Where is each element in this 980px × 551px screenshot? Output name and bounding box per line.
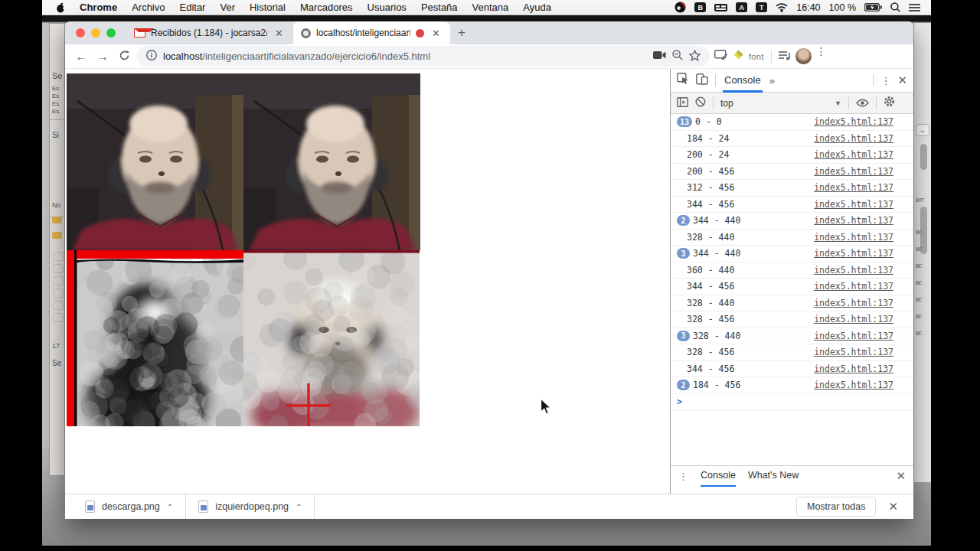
back-icon[interactable]: ←	[73, 50, 90, 63]
forward-icon[interactable]: →	[94, 50, 111, 63]
app-status-icon-b[interactable]: B	[694, 2, 706, 12]
notification-center-icon[interactable]	[909, 3, 920, 12]
download-item[interactable]: izquierdopeq.png⌃	[186, 494, 315, 519]
log-source-link[interactable]: index5.html:137	[814, 347, 893, 357]
folder-icon	[52, 217, 62, 223]
drawer-close-icon[interactable]: ✕	[896, 469, 906, 483]
log-source-link[interactable]: index5.html:137	[814, 215, 893, 226]
device-toolbar-icon[interactable]	[696, 73, 708, 88]
menubar-item-pestaña[interactable]: Pestaña	[421, 2, 458, 13]
console-settings-gear-icon[interactable]	[884, 96, 895, 110]
obs-status-icon[interactable]	[675, 2, 686, 13]
keyboard-status-icon[interactable]	[714, 3, 727, 12]
chevron-up-icon[interactable]: ⌃	[167, 503, 173, 511]
menubar-item-marcadores[interactable]: Marcadores	[300, 2, 353, 13]
cast-extension-icon[interactable]	[714, 50, 728, 64]
background-text: No	[52, 201, 61, 209]
tab-strip: Recibidos (1.184) - jocarsa2@g ✕ localho…	[65, 21, 913, 44]
wifi-icon[interactable]	[776, 3, 788, 12]
console-log-row: 344 - 456index5.html:137	[671, 361, 913, 378]
zoom-window-button[interactable]	[106, 28, 116, 37]
chrome-window: Recibidos (1.184) - jocarsa2@g ✕ localho…	[65, 21, 913, 519]
clear-console-icon[interactable]	[695, 96, 706, 110]
log-source-link[interactable]: index5.html:137	[814, 182, 893, 193]
battery-icon[interactable]	[864, 3, 882, 11]
diamond-extension-icon[interactable]	[733, 49, 744, 64]
context-selector[interactable]: top ▼	[720, 98, 841, 109]
browser-menu-icon[interactable]: ⋮	[816, 46, 827, 67]
inspect-element-icon[interactable]	[677, 73, 689, 88]
live-expression-eye-icon[interactable]	[856, 96, 869, 110]
log-source-link[interactable]: index5.html:137	[814, 166, 893, 177]
log-source-link[interactable]: index5.html:137	[814, 281, 893, 292]
log-source-link[interactable]: index5.html:137	[814, 116, 893, 127]
console-log-row: 3344 - 440index5.html:137	[671, 246, 913, 262]
tab-localhost[interactable]: localhost/inteligenciaartific ✕	[293, 21, 450, 44]
log-source-link[interactable]: index5.html:137	[814, 314, 893, 324]
menubar-item-ver[interactable]: Ver	[220, 2, 235, 13]
log-source-link[interactable]: index5.html:137	[814, 331, 893, 341]
log-message: 328 - 440	[687, 298, 734, 308]
address-bar[interactable]: localhost/inteligenciaartificialavanzado…	[137, 46, 710, 67]
chevron-up-icon[interactable]: ⌃	[296, 503, 302, 511]
devtools-menu-icon[interactable]: ⋮	[880, 75, 890, 86]
menubar-item-ayuda[interactable]: Ayuda	[523, 2, 551, 13]
scrollbar-thumb[interactable]	[920, 144, 927, 170]
app-status-icon-t[interactable]: T	[756, 2, 767, 12]
background-text: Se	[52, 71, 62, 80]
console-log-row: 312 - 456index5.html:137	[671, 180, 913, 197]
context-selector-value: top	[720, 98, 733, 109]
console-prompt[interactable]: >	[671, 394, 913, 411]
log-message: 200 - 24	[687, 149, 729, 160]
log-source-link[interactable]: index5.html:137	[814, 232, 893, 243]
tab-localhost-close-icon[interactable]: ✕	[430, 28, 443, 39]
log-source-link[interactable]: index5.html:137	[814, 149, 893, 160]
minimize-window-button[interactable]	[91, 28, 100, 37]
log-source-link[interactable]: index5.html:137	[814, 380, 893, 390]
apple-menu-icon[interactable]	[56, 2, 65, 13]
log-source-link[interactable]: index5.html:137	[814, 248, 893, 259]
menubar-item-usuarios[interactable]: Usuarios	[368, 2, 407, 13]
log-source-link[interactable]: index5.html:137	[814, 199, 893, 210]
bookmark-star-icon[interactable]	[689, 50, 701, 64]
tab-gmail[interactable]: Recibidos (1.184) - jocarsa2@g ✕	[126, 21, 293, 44]
menubar-item-ventana[interactable]: Ventana	[472, 2, 509, 13]
menubar-item-editar[interactable]: Editar	[179, 2, 205, 13]
console-log-row: 3328 - 440index5.html:137	[671, 328, 913, 345]
playlist-extension-icon[interactable]	[779, 50, 791, 64]
log-message: 184 - 456	[693, 380, 740, 390]
url-host: localhost	[163, 51, 202, 62]
download-item[interactable]: descarga.png⌃	[73, 494, 186, 519]
app-status-icon-a[interactable]: A	[736, 2, 747, 12]
drawer-tab-console[interactable]: Console	[701, 466, 736, 487]
spotlight-search-icon[interactable]	[890, 2, 900, 12]
devtools-tab-console[interactable]: Console	[723, 69, 763, 93]
drawer-tab-whats-new[interactable]: What's New	[748, 466, 799, 487]
menubar-clock[interactable]: 16:40	[796, 2, 820, 13]
background-text: w:	[916, 228, 923, 236]
show-all-downloads-button[interactable]: Mostrar todas	[796, 497, 876, 517]
console-sidebar-icon[interactable]	[677, 96, 688, 110]
log-message: 344 - 456	[687, 281, 734, 292]
profile-avatar[interactable]	[795, 48, 812, 64]
menubar-app-name[interactable]: Chrome	[80, 2, 117, 13]
mouse-cursor	[540, 398, 553, 419]
drawer-menu-icon[interactable]: ⋮	[678, 471, 688, 482]
log-source-link[interactable]: index5.html:137	[814, 133, 893, 144]
media-camera-icon[interactable]	[653, 51, 666, 62]
log-source-link[interactable]: index5.html:137	[814, 265, 893, 276]
tab-gmail-close-icon[interactable]: ✕	[273, 28, 286, 39]
close-window-button[interactable]	[76, 28, 85, 37]
page-info-icon[interactable]	[146, 50, 157, 63]
log-source-link[interactable]: index5.html:137	[814, 364, 893, 374]
menubar-item-historial[interactable]: Historial	[250, 2, 286, 13]
menubar-item-archivo[interactable]: Archivo	[132, 2, 165, 13]
new-tab-button[interactable]: +	[458, 25, 466, 41]
zoom-out-icon[interactable]	[672, 50, 683, 63]
font-extension-label[interactable]: font	[749, 52, 764, 61]
devtools-close-icon[interactable]: ✕	[897, 73, 907, 87]
log-source-link[interactable]: index5.html:137	[814, 298, 893, 308]
more-tabs-icon[interactable]: »	[769, 75, 775, 86]
reload-icon[interactable]	[116, 50, 132, 64]
downloads-bar-close-icon[interactable]: ✕	[888, 500, 898, 514]
